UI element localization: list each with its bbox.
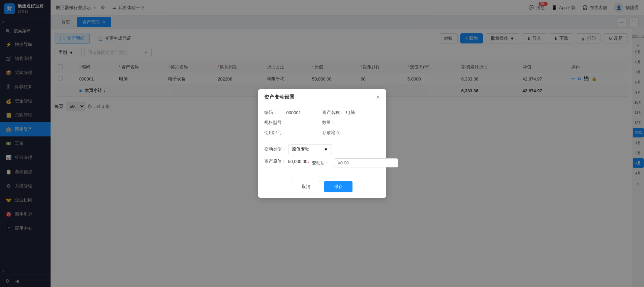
- modal-title: 资产变动设置: [264, 94, 295, 100]
- change-type-arrow-icon: ▼: [324, 147, 328, 152]
- cancel-button[interactable]: 取消: [292, 181, 320, 192]
- asset-name-label: 资产名称：: [322, 109, 344, 116]
- modal-row-2: 规格型号： 数量：: [264, 120, 380, 126]
- after-input[interactable]: [334, 158, 398, 167]
- location-label: 存放地点：: [322, 130, 344, 136]
- modal-divider: [264, 140, 380, 140]
- modal-field-location: 存放地点：: [322, 130, 380, 136]
- modal-row-5: 资产原值： 50,000.00 * 变动后：: [264, 158, 380, 167]
- required-star: *: [307, 160, 309, 165]
- after-label: 变动后：: [312, 160, 332, 166]
- modal-field-change-type: 变动类型： 原值变动 ▼: [264, 144, 380, 154]
- asset-change-modal: 资产变动设置 ✕ 编码： 000001 资产名称： 电脑 规格型号：: [258, 89, 386, 198]
- modal-field-code: 编码： 000001: [264, 109, 322, 116]
- modal-overlay[interactable]: 资产变动设置 ✕ 编码： 000001 资产名称： 电脑 规格型号：: [0, 0, 644, 287]
- modal-footer: 取消 保存: [258, 177, 386, 198]
- original-value-value: 50,000.00: [288, 159, 308, 164]
- modal-row-4: 变动类型： 原值变动 ▼: [264, 144, 380, 154]
- save-button[interactable]: 保存: [324, 181, 352, 192]
- modal-header: 资产变动设置 ✕: [258, 89, 386, 104]
- modal-body: 编码： 000001 资产名称： 电脑 规格型号： 数量：: [258, 104, 386, 177]
- modal-close-icon[interactable]: ✕: [376, 94, 380, 100]
- change-type-value: 原值变动: [292, 146, 309, 152]
- original-value-label: 资产原值：: [264, 158, 286, 164]
- modal-row-3: 使用部门： 存放地点：: [264, 130, 380, 136]
- modal-field-asset-name: 资产名称： 电脑: [322, 109, 380, 116]
- modal-field-original-value: 资产原值： 50,000.00: [264, 158, 308, 164]
- change-type-label: 变动类型：: [264, 146, 286, 152]
- modal-field-quantity: 数量：: [322, 120, 380, 126]
- dept-label: 使用部门：: [264, 130, 286, 136]
- modal-field-spec: 规格型号：: [264, 120, 322, 126]
- asset-name-value: 电脑: [346, 109, 355, 116]
- modal-field-dept: 使用部门：: [264, 130, 322, 136]
- modal-field-after: * 变动后：: [307, 158, 398, 167]
- code-value: 000001: [286, 110, 301, 115]
- spec-label: 规格型号：: [264, 120, 286, 126]
- quantity-label: 数量：: [322, 120, 342, 126]
- change-type-select[interactable]: 原值变动 ▼: [288, 144, 332, 154]
- modal-row-1: 编码： 000001 资产名称： 电脑: [264, 109, 380, 116]
- code-label: 编码：: [264, 109, 284, 116]
